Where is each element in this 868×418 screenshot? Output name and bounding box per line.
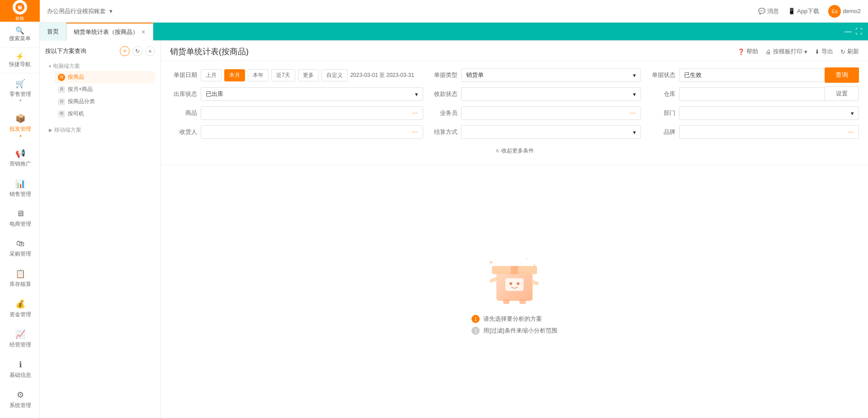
finance-icon: 💰 xyxy=(15,299,25,309)
app-download-btn[interactable]: 📱 App下载 xyxy=(788,7,819,15)
sidebar-item-wholesale[interactable]: 📦 批发管理 ▴ xyxy=(0,108,40,143)
user-avatar: Ea xyxy=(828,5,841,18)
scheme-by-month-icon: 月 xyxy=(58,86,65,93)
sidebar-item-sales[interactable]: 📊 销售管理 xyxy=(0,173,40,204)
filter-wrapper: 单据日期 上月 本月 本年 近7天 更多 自定义 2023-03-01 至 20… xyxy=(161,61,868,165)
message-btn[interactable]: 💬 消息 xyxy=(758,7,779,15)
out-select[interactable]: 已出库 ▾ xyxy=(201,87,423,101)
tab-sales-stat-label: 销货单统计表（按商品） xyxy=(74,28,138,36)
action-buttons: 查询 设置 xyxy=(825,67,859,101)
tab-home[interactable]: 首页 xyxy=(40,23,66,41)
type-label: 单据类型 xyxy=(430,71,458,79)
retail-expand-icon: ▾ xyxy=(19,98,22,103)
export-btn[interactable]: ⬇ 导出 xyxy=(815,48,833,56)
tab-fullscreen-btn[interactable]: ⛶ xyxy=(855,28,863,36)
query-btn[interactable]: 查询 xyxy=(825,67,859,83)
filter-row-1: 单据日期 上月 本月 本年 近7天 更多 自定义 2023-03-01 至 20… xyxy=(170,68,859,82)
logo-text: 标账 xyxy=(15,15,24,22)
collapse-bar[interactable]: ∧ 收起更多条件 xyxy=(170,144,859,157)
date-btn-lastmonth[interactable]: 上月 xyxy=(201,69,222,81)
sidebar-item-marketing[interactable]: 📢 营销推广 xyxy=(0,143,40,173)
sales-icon: 📊 xyxy=(15,179,25,189)
page-title: 销货单统计表(按商品) xyxy=(170,46,249,57)
sidebar-item-ecommerce[interactable]: 🖥 电商管理 xyxy=(0,204,40,233)
brand-input[interactable]: ··· xyxy=(679,125,859,139)
user-area[interactable]: Ea demo2 xyxy=(828,5,861,18)
date-label: 单据日期 xyxy=(170,71,197,79)
set-btn[interactable]: 设置 xyxy=(825,86,859,101)
date-btn-more[interactable]: 更多 xyxy=(298,69,319,81)
scheme-by-driver[interactable]: 司 按司机 xyxy=(54,108,155,120)
sidebar-item-finance[interactable]: 💰 资金管理 xyxy=(0,294,40,324)
export-icon: ⬇ xyxy=(815,48,820,55)
sidebar-item-sales-label: 销售管理 xyxy=(9,190,31,198)
left-panel-title-text: 按以下方案查询 xyxy=(45,47,86,55)
filter-date: 单据日期 上月 本月 本年 近7天 更多 自定义 2023-03-01 至 20… xyxy=(170,69,423,81)
filter-row-2: 出库状态 已出库 ▾ 收款状态 ▾ xyxy=(170,87,859,101)
staff-label: 业务员 xyxy=(430,109,458,117)
receiver-input[interactable]: ··· xyxy=(201,125,423,139)
svg-rect-4 xyxy=(511,266,518,274)
add-scheme-btn[interactable]: + xyxy=(120,46,130,56)
collapse-up-icon: ∧ xyxy=(495,147,500,154)
scheme-by-goods[interactable]: 按 按商品 xyxy=(54,71,155,83)
sidebar-item-wholesale-label: 批发管理 xyxy=(9,125,31,133)
sidebar-logo[interactable]: 畅 标账 xyxy=(0,0,40,22)
sidebar-item-system[interactable]: ⚙ 系统管理 xyxy=(0,385,40,415)
sidebar-quicknav[interactable]: ⚡ 快捷导航 xyxy=(0,48,40,73)
date-btn-7days[interactable]: 近7天 xyxy=(271,69,295,81)
basic-icon: ℹ xyxy=(19,360,22,370)
desktop-section-label: 电脑端方案 xyxy=(53,62,80,70)
tab-close-btn[interactable]: ✕ xyxy=(141,29,146,35)
collapse-panel-btn[interactable]: « xyxy=(145,46,155,56)
svg-rect-5 xyxy=(505,278,524,291)
sidebar-item-retail-label: 零售管理 xyxy=(9,90,31,98)
scheme-by-month-goods[interactable]: 月 按月+商品 xyxy=(54,83,155,95)
date-btn-thisyear[interactable]: 本年 xyxy=(248,69,269,81)
dept-select[interactable]: ▾ xyxy=(679,106,859,120)
date-btn-thismonth[interactable]: 本月 xyxy=(224,69,245,81)
settle-select[interactable]: ▾ xyxy=(461,125,641,139)
purchase-icon: 🛍 xyxy=(16,239,24,248)
sidebar-item-inventory[interactable]: 📋 库存核算 xyxy=(0,263,40,294)
tab-minimize-btn[interactable]: — xyxy=(844,28,852,36)
print-btn[interactable]: 🖨 按模板打印 ▾ xyxy=(765,48,807,56)
type-select[interactable]: 销货单 ▾ xyxy=(461,68,641,82)
goods-input[interactable]: ··· xyxy=(201,106,423,120)
topbar-right: 💬 消息 📱 App下载 Ea demo2 xyxy=(758,5,861,18)
sidebar-item-collab[interactable]: 👥 企业协同 xyxy=(0,415,40,418)
sidebar-item-retail[interactable]: 🛒 零售管理 ▾ xyxy=(0,73,40,108)
sidebar-item-operation[interactable]: 📈 经营管理 xyxy=(0,324,40,354)
filter-collect: 收款状态 ▾ xyxy=(430,87,641,101)
filter-row-3: 商品 ··· 业务员 ··· xyxy=(170,106,859,120)
sidebar-item-purchase[interactable]: 🛍 采购管理 xyxy=(0,233,40,263)
date-btn-custom[interactable]: 自定义 xyxy=(321,69,348,81)
tab-expand-area: — ⛶ xyxy=(839,28,868,36)
page-actions: ❓ 帮助 🖨 按模板打印 ▾ ⬇ 导出 ↻ 刷新 xyxy=(737,48,859,56)
status-value: 已生效 xyxy=(684,71,702,79)
staff-dots-icon: ··· xyxy=(630,109,636,117)
help-btn[interactable]: ❓ 帮助 xyxy=(737,48,758,56)
logo-icon: 畅 xyxy=(13,0,27,14)
search-label: 搜索菜单 xyxy=(9,35,31,43)
settle-label: 结算方式 xyxy=(430,128,458,136)
refresh-btn[interactable]: ↻ 刷新 xyxy=(840,48,859,56)
sidebar-item-inventory-label: 库存核算 xyxy=(9,280,31,288)
tab-sales-stat[interactable]: 销货单统计表（按商品） ✕ xyxy=(66,23,153,41)
collect-select[interactable]: ▾ xyxy=(461,87,641,101)
user-name: demo2 xyxy=(843,8,861,14)
sidebar-item-basic[interactable]: ℹ 基础信息 xyxy=(0,354,40,385)
staff-input[interactable]: ··· xyxy=(461,106,641,120)
receiver-dots-icon: ··· xyxy=(412,128,418,136)
scheme-by-goods-icon: 按 xyxy=(58,74,65,81)
wholesale-icon: 📦 xyxy=(15,114,25,124)
empty-step-1: 1 请先选择要分析的方案 xyxy=(472,315,557,323)
system-icon: ⚙ xyxy=(17,390,24,400)
sidebar-search[interactable]: 🔍 搜索菜单 xyxy=(0,22,40,48)
refresh-scheme-btn[interactable]: ↻ xyxy=(132,46,142,56)
sidebar-item-finance-label: 资金管理 xyxy=(9,311,31,318)
workspace-dropdown-icon[interactable]: ▾ xyxy=(109,8,113,14)
filter-out: 出库状态 已出库 ▾ xyxy=(170,87,423,101)
scheme-by-goods-cat[interactable]: 分 按商品分类 xyxy=(54,95,155,108)
sidebar: 畅 标账 🔍 搜索菜单 ⚡ 快捷导航 🛒 零售管理 ▾ 📦 批发管理 ▴ 📢 营… xyxy=(0,0,40,418)
